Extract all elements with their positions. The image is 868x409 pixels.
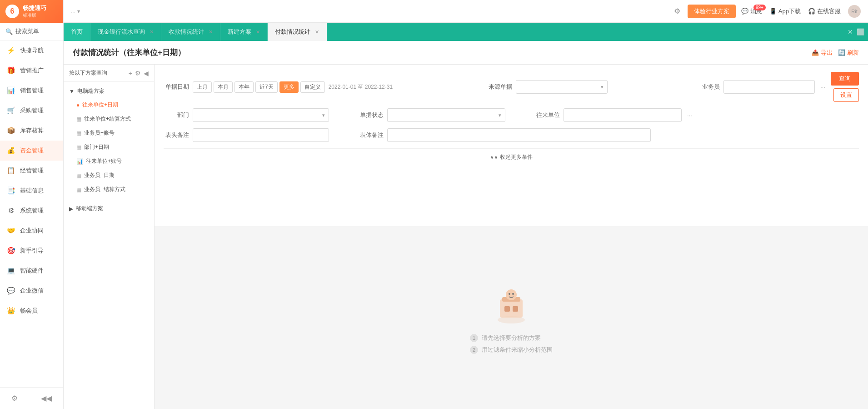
guide-icon: 🎯 bbox=[6, 246, 15, 255]
date-btn-this-month[interactable]: 本月 bbox=[214, 81, 233, 93]
source-doc-select[interactable]: ▾ bbox=[516, 80, 607, 94]
scheme-item-staff-settlement[interactable]: ▦ 业务员+结算方式 bbox=[64, 182, 154, 197]
trial-btn[interactable]: 体验行业方案 bbox=[688, 5, 736, 18]
app-download-btn[interactable]: 📱 App下载 bbox=[769, 7, 801, 15]
sidebar-item-purchase[interactable]: 🛒 采购管理 bbox=[0, 101, 63, 121]
tab-receipt-stats[interactable]: 收款情况统计 ✕ bbox=[161, 23, 220, 41]
main-area: ... ▾ ⚙ 体验行业方案 💬 消息 99+ 📱 App下载 🎧 在线客服 R… bbox=[64, 0, 868, 409]
scheme-table-icon: ▦ bbox=[76, 116, 81, 122]
date-btn-custom[interactable]: 自定义 bbox=[300, 81, 325, 93]
query-btn[interactable]: 查询 bbox=[831, 72, 859, 86]
sidebar-item-member[interactable]: 👑 畅会员 bbox=[0, 301, 63, 321]
scheme-chart-icon: 📊 bbox=[76, 158, 83, 165]
partner-dots[interactable]: ··· bbox=[685, 112, 694, 119]
breadcrumb-path: ... bbox=[71, 8, 75, 15]
search-menu[interactable]: 🔍 搜索菜单 bbox=[0, 23, 63, 40]
collapse-sidebar-btn[interactable]: ◀◀ bbox=[38, 391, 55, 405]
date-btn-more[interactable]: 更多 bbox=[279, 81, 299, 93]
export-icon: 📤 bbox=[812, 49, 819, 56]
collapse-more-btn[interactable]: ∧∧ 收起更多条件 bbox=[164, 148, 859, 166]
empty-hints: 1 请先选择要分析的方案 2 用过滤条件来缩小分析范围 bbox=[470, 334, 553, 354]
sidebar-item-cooperation[interactable]: 🤝 企业协同 bbox=[0, 221, 63, 241]
sidebar-item-basic-info[interactable]: 📑 基础信息 bbox=[0, 181, 63, 201]
user-avatar[interactable]: Rit bbox=[848, 5, 861, 18]
staff-dots[interactable]: ··· bbox=[818, 84, 827, 91]
scheme-item-dept-date[interactable]: ▦ 部门+日期 bbox=[64, 140, 154, 154]
sidebar-item-label: 基础信息 bbox=[20, 187, 44, 195]
tab-new-scheme[interactable]: 新建方案 ✕ bbox=[220, 23, 268, 41]
sidebar-item-sales[interactable]: 📊 销售管理 bbox=[0, 81, 63, 101]
scheme-item-staff-account[interactable]: ▦ 业务员+账号 bbox=[64, 126, 154, 140]
filter-row-dept: 部门 ▾ 单据状态 ▾ 往来单位 bbox=[164, 108, 859, 122]
scheme-item-staff-date[interactable]: ▦ 业务员+日期 bbox=[64, 168, 154, 182]
scheme-item-partner-date[interactable]: ● 往来单位+日期 bbox=[64, 98, 154, 112]
tab-home[interactable]: 首页 bbox=[64, 23, 90, 41]
logo-text: 畅捷通巧 标准版 bbox=[23, 4, 46, 19]
export-btn[interactable]: 📤 导出 bbox=[812, 49, 833, 57]
pc-section-arrow: ▼ bbox=[69, 88, 75, 95]
body-note-label: 表体备注 bbox=[354, 131, 384, 139]
search-icon: 🔍 bbox=[5, 28, 13, 35]
hint-text-1: 请先选择要分析的方案 bbox=[482, 334, 541, 342]
scheme-header-label: 按以下方案查询 bbox=[69, 69, 107, 77]
date-btn-this-year[interactable]: 本年 bbox=[234, 81, 254, 93]
add-scheme-btn[interactable]: + bbox=[129, 70, 132, 77]
tab-close-icon[interactable]: ✕ bbox=[315, 29, 319, 35]
sidebar-item-guide[interactable]: 🎯 新手引导 bbox=[0, 241, 63, 261]
refresh-btn[interactable]: 🔄 刷新 bbox=[838, 49, 859, 57]
tab-close-icon[interactable]: ✕ bbox=[209, 29, 213, 35]
service-icon: 🎧 bbox=[808, 8, 815, 15]
tab-payment-stats[interactable]: 付款情况统计 ✕ bbox=[268, 23, 327, 41]
service-label: 在线客服 bbox=[817, 7, 841, 15]
staff-select[interactable] bbox=[723, 80, 815, 94]
pc-section-title[interactable]: ▼ 电脑端方案 bbox=[64, 85, 154, 98]
sidebar-item-wechat[interactable]: 💬 企业微信 bbox=[0, 281, 63, 301]
collapse-scheme-btn[interactable]: ◀ bbox=[144, 70, 149, 77]
date-btn-7days[interactable]: 近7天 bbox=[255, 81, 278, 93]
body-note-input[interactable] bbox=[387, 128, 651, 142]
page-body: 按以下方案查询 + ⚙ ◀ ▼ 电脑端方案 ● 往来单位+日期 bbox=[64, 65, 868, 409]
sidebar-item-marketing[interactable]: 🎁 营销推广 bbox=[0, 61, 63, 81]
close-window-btn[interactable]: ✕ bbox=[848, 28, 853, 35]
scheme-table-icon: ▦ bbox=[76, 172, 81, 179]
sidebar-item-system[interactable]: ⚙ 系统管理 bbox=[0, 201, 63, 221]
mobile-section-title[interactable]: ▶ 移动端方案 bbox=[64, 202, 154, 215]
collapse-up-icon: ∧∧ bbox=[490, 154, 498, 161]
tab-label: 新建方案 bbox=[228, 28, 251, 36]
tab-close-icon[interactable]: ✕ bbox=[150, 29, 154, 35]
filter-row-date: 单据日期 上月 本月 本年 近7天 更多 自定义 2022-01-01 至 20… bbox=[164, 72, 859, 102]
setting-btn[interactable]: 设置 bbox=[833, 88, 859, 102]
service-btn[interactable]: 🎧 在线客服 bbox=[808, 7, 841, 15]
scheme-item-partner-settlement[interactable]: ▦ 往来单位+结算方式 bbox=[64, 112, 154, 126]
sidebar-item-label: 经营管理 bbox=[20, 167, 44, 175]
sidebar-item-finance[interactable]: 💰 资金管理 bbox=[0, 141, 63, 161]
partner-select[interactable] bbox=[564, 108, 682, 122]
settings-bottom-btn[interactable]: ⚙ bbox=[9, 391, 20, 405]
sidebar-item-hardware[interactable]: 💻 智能硬件 bbox=[0, 261, 63, 281]
dept-select[interactable]: ▾ bbox=[193, 108, 329, 122]
date-btn-last-month[interactable]: 上月 bbox=[193, 81, 212, 93]
sidebar-item-inventory[interactable]: 📦 库存核算 bbox=[0, 121, 63, 141]
settings-icon[interactable]: ⚙ bbox=[674, 7, 680, 15]
finance-icon: 💰 bbox=[6, 146, 15, 155]
inventory-icon: 📦 bbox=[6, 126, 15, 135]
scheme-table-icon: ▦ bbox=[76, 187, 81, 193]
scheme-item-partner-account[interactable]: 📊 往来单位+账号 bbox=[64, 154, 154, 168]
sidebar-item-navigation[interactable]: ⚡ 快捷导航 bbox=[0, 40, 63, 61]
cooperation-icon: 🤝 bbox=[6, 226, 15, 235]
staff-label: 业务员 bbox=[698, 83, 720, 91]
tab-close-icon[interactable]: ✕ bbox=[256, 29, 260, 35]
header-note-input[interactable] bbox=[193, 128, 329, 142]
empty-state: 1 请先选择要分析的方案 2 用过滤条件来缩小分析范围 bbox=[155, 226, 868, 409]
sidebar-item-label: 销售管理 bbox=[20, 86, 44, 95]
tab-bank-flow[interactable]: 现金银行流水查询 ✕ bbox=[90, 23, 161, 41]
maximize-window-btn[interactable]: ⬜ bbox=[857, 28, 864, 35]
empty-hint-1: 1 请先选择要分析的方案 bbox=[470, 334, 553, 342]
doc-status-select[interactable]: ▾ bbox=[387, 108, 505, 122]
breadcrumb: ... ▾ bbox=[71, 8, 668, 15]
scheme-item-label: 部门+日期 bbox=[84, 143, 109, 151]
sidebar-item-label: 快捷导航 bbox=[20, 46, 44, 55]
sidebar-item-operation[interactable]: 📋 经营管理 bbox=[0, 161, 63, 181]
message-btn[interactable]: 💬 消息 99+ bbox=[741, 7, 762, 15]
scheme-settings-btn[interactable]: ⚙ bbox=[135, 70, 141, 77]
